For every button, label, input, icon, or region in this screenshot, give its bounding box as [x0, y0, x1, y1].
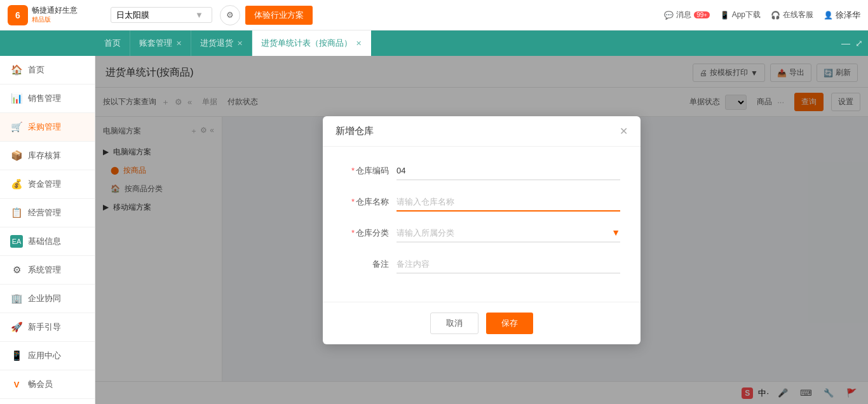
sidebar-guide-label: 新手引导	[28, 321, 61, 333]
logo-area: 6 畅捷通好生意 精品版	[8, 5, 103, 25]
phone-icon: 📱	[720, 11, 729, 20]
sidebar-item-operations[interactable]: 📋 经营管理	[0, 199, 95, 227]
category-dropdown-icon: ▼	[611, 227, 620, 238]
modal-overlay: 新增仓库 ✕ 仓库编码 仓库名称 仓库分类	[95, 56, 868, 404]
notifications-item[interactable]: 💬 消息 99+	[664, 10, 709, 20]
tab-home-label: 首页	[104, 37, 121, 49]
content-area: 进货单统计(按商品) 🖨 按模板打印 ▼ 📤 导出 🔄 刷新 按以下方案查	[95, 56, 868, 404]
notification-badge: 99+	[694, 11, 709, 18]
save-button[interactable]: 保存	[486, 313, 533, 334]
sidebar-item-finance[interactable]: 💰 资金管理	[0, 170, 95, 199]
sidebar-item-app-center[interactable]: 📱 应用中心	[0, 342, 95, 370]
tab-purchase-return-close[interactable]: ✕	[237, 39, 243, 48]
sidebar-item-vip[interactable]: V 畅会员	[0, 370, 95, 399]
tab-minimize-icon[interactable]: —	[841, 38, 850, 48]
logo-text: 畅捷通好生意	[32, 6, 78, 16]
code-input[interactable]	[397, 162, 620, 180]
search-input[interactable]	[116, 10, 193, 20]
sidebar-item-purchase[interactable]: 🛒 采购管理	[0, 113, 95, 142]
message-label: 消息	[676, 10, 691, 20]
top-header: 6 畅捷通好生意 精品版 ▼ ⚙ 体验行业方案 💬 消息 99+ 📱 App下载…	[0, 0, 868, 30]
basic-info-icon: EA	[10, 235, 23, 248]
sidebar-item-home[interactable]: 🏠 首页	[0, 56, 95, 84]
system-icon: ⚙	[10, 264, 23, 276]
modal-close-button[interactable]: ✕	[620, 125, 628, 137]
form-row-code: 仓库编码	[343, 162, 620, 180]
headset-icon: 🎧	[771, 11, 780, 20]
name-label: 仓库名称	[343, 196, 389, 208]
sales-icon: 📊	[10, 92, 23, 105]
code-label: 仓库编码	[343, 165, 389, 177]
cancel-button[interactable]: 取消	[430, 313, 478, 334]
vip-icon: V	[10, 378, 23, 391]
app-center-icon: 📱	[10, 349, 23, 362]
sidebar-enterprise-label: 企业协同	[28, 293, 61, 304]
guide-icon: 🚀	[10, 321, 23, 333]
category-select[interactable]: 请输入所属分类	[397, 224, 611, 241]
sidebar-sales-label: 销售管理	[28, 93, 61, 104]
tab-purchase-return-label: 进货退货	[200, 37, 233, 49]
name-input[interactable]	[397, 193, 620, 212]
tab-expand-icon[interactable]: ⤢	[855, 38, 863, 48]
sidebar-app-center-label: 应用中心	[28, 350, 61, 361]
form-row-note: 备注	[343, 255, 620, 274]
tab-account-label: 账套管理	[139, 37, 172, 49]
enterprise-icon: 🏢	[10, 292, 23, 305]
tab-purchase-stats-close[interactable]: ✕	[356, 39, 362, 48]
logo-icon: 6	[8, 5, 28, 25]
sidebar-inventory-label: 库存核算	[28, 150, 61, 161]
finance-icon: 💰	[10, 178, 23, 191]
new-warehouse-modal: 新增仓库 ✕ 仓库编码 仓库名称 仓库分类	[323, 116, 641, 344]
modal-body: 仓库编码 仓库名称 仓库分类 请输入所属分类	[323, 147, 641, 302]
note-input[interactable]	[397, 255, 620, 274]
modal-header: 新增仓库 ✕	[323, 116, 641, 147]
sidebar-item-sales[interactable]: 📊 销售管理	[0, 84, 95, 113]
header-search-box[interactable]: ▼	[111, 7, 212, 23]
logo-sub: 精品版	[32, 15, 78, 24]
sidebar-item-guide[interactable]: 🚀 新手引导	[0, 313, 95, 342]
sidebar-item-enterprise[interactable]: 🏢 企业协同	[0, 285, 95, 313]
home-icon: 🏠	[10, 64, 23, 76]
tab-bar: 首页 账套管理 ✕ 进货退货 ✕ 进货单统计表（按商品） ✕ — ⤢	[0, 30, 868, 56]
user-item[interactable]: 👤 徐泽华	[824, 10, 860, 21]
tab-purchase-return[interactable]: 进货退货 ✕	[191, 30, 252, 56]
main-layout: 🏠 首页 📊 销售管理 🛒 采购管理 📦 库存核算 💰 资金管理 📋 经营管理 …	[0, 56, 868, 404]
user-avatar-icon: 👤	[824, 11, 833, 20]
sidebar-basic-info-label: 基础信息	[28, 236, 61, 247]
tab-account-close[interactable]: ✕	[176, 39, 182, 48]
online-service-item[interactable]: 🎧 在线客服	[771, 10, 813, 20]
sidebar-purchase-label: 采购管理	[28, 121, 61, 133]
tab-purchase-stats-label: 进货单统计表（按商品）	[261, 37, 352, 49]
modal-footer: 取消 保存	[323, 302, 641, 344]
tab-bar-right: — ⤢	[841, 38, 868, 48]
username-label: 徐泽华	[836, 10, 860, 21]
sidebar-home-label: 首页	[28, 64, 44, 76]
form-row-name: 仓库名称	[343, 193, 620, 212]
sidebar-item-system[interactable]: ⚙ 系统管理	[0, 256, 95, 285]
modal-title: 新增仓库	[336, 125, 374, 137]
category-label: 仓库分类	[343, 227, 389, 239]
trial-button[interactable]: 体验行业方案	[245, 6, 313, 25]
form-row-category: 仓库分类 请输入所属分类 ▼	[343, 224, 620, 243]
purchase-icon: 🛒	[10, 121, 23, 133]
note-label: 备注	[343, 259, 389, 270]
tab-home[interactable]: 首页	[95, 30, 130, 56]
sidebar-finance-label: 资金管理	[28, 178, 61, 190]
tab-account[interactable]: 账套管理 ✕	[130, 30, 191, 56]
sidebar-vip-label: 畅会员	[28, 379, 53, 390]
header-right: 💬 消息 99+ 📱 App下载 🎧 在线客服 👤 徐泽华	[664, 10, 860, 21]
settings-icon[interactable]: ⚙	[220, 5, 240, 25]
online-service-label: 在线客服	[783, 10, 813, 20]
sidebar-system-label: 系统管理	[28, 264, 61, 276]
message-icon: 💬	[664, 11, 674, 20]
search-dropdown-icon[interactable]: ▼	[195, 10, 203, 20]
tab-purchase-stats[interactable]: 进货单统计表（按商品） ✕	[252, 30, 371, 56]
sidebar-item-inventory[interactable]: 📦 库存核算	[0, 142, 95, 170]
sidebar-item-basic-info[interactable]: EA 基础信息	[0, 227, 95, 256]
inventory-icon: 📦	[10, 149, 23, 162]
sidebar: 🏠 首页 📊 销售管理 🛒 采购管理 📦 库存核算 💰 资金管理 📋 经营管理 …	[0, 56, 95, 404]
app-download-label: App下载	[732, 10, 761, 20]
sidebar-operations-label: 经营管理	[28, 207, 61, 219]
operations-icon: 📋	[10, 206, 23, 219]
app-download-item[interactable]: 📱 App下载	[720, 10, 761, 20]
